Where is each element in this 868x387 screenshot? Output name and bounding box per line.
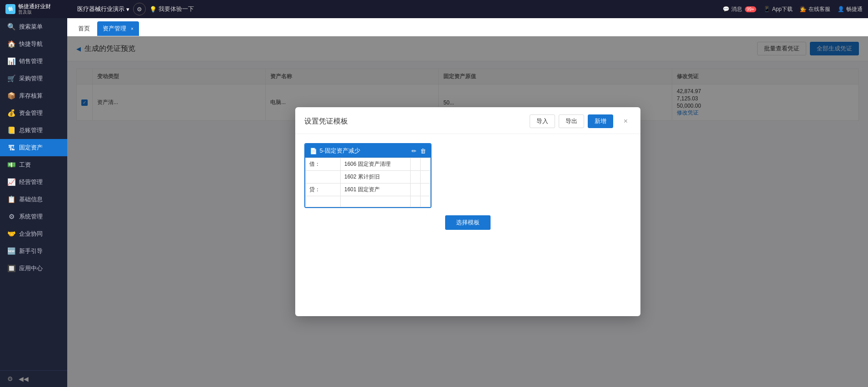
- entry-debit-3: [410, 184, 420, 196]
- guide-icon: 🆕: [7, 247, 15, 255]
- template-doc-icon: 📄: [310, 148, 317, 154]
- sidebar-item-salary[interactable]: 💵 工资: [0, 156, 67, 174]
- new-template-btn[interactable]: 新增: [588, 114, 613, 128]
- logo-area: 畅 畅捷通好业财 普及版: [5, 3, 73, 15]
- sidebar-item-operations[interactable]: 📈 经营管理: [0, 174, 67, 191]
- entry-type-4: [305, 196, 340, 207]
- entry-account-3: 1601 固定资产: [340, 184, 410, 196]
- main-layout: 🔍 搜索菜单 🏠 快捷导航 📊 销售管理 🛒 采购管理 📦 库存核算 💰 资金管…: [0, 18, 868, 387]
- entry-account-2: 1602 累计折旧: [340, 171, 410, 184]
- search-icon: 🔍: [7, 23, 15, 31]
- operations-icon: 📈: [7, 178, 15, 186]
- main-content: ◀ 生成的凭证预览 批量查看凭证 全部生成凭证 变动类型 资产名称: [67, 36, 868, 387]
- purchase-icon: 🛒: [7, 74, 15, 83]
- template-row-3: 贷： 1601 固定资产: [305, 184, 430, 196]
- select-template-btn[interactable]: 选择模板: [445, 215, 491, 230]
- template-card-actions: ✏ 🗑: [412, 148, 426, 154]
- modal-header: 设置凭证模板 导入 导出 新增 ×: [295, 107, 640, 134]
- entry-credit-3: [420, 184, 430, 196]
- top-header: 畅 畅捷通好业财 普及版 医疗器械行业演示 ▾ ⚙ 💡 我要体验一下 💬 消息 …: [0, 0, 868, 18]
- modal-actions: 导入 导出 新增: [530, 114, 613, 128]
- system-icon: ⚙: [7, 213, 15, 221]
- dropdown-icon: ▾: [126, 6, 129, 13]
- tab-bar: 首页 资产管理 ×: [67, 18, 868, 36]
- template-entries-table: 借： 1606 固定资产清理 1602 累计折旧: [305, 158, 431, 207]
- message-icon: 💬: [723, 6, 729, 12]
- sidebar-item-ledger[interactable]: 📒 总账管理: [0, 122, 67, 139]
- fixed-assets-icon: 🏗: [7, 144, 15, 152]
- message-badge: 99+: [745, 6, 756, 12]
- entry-debit-1: [410, 158, 420, 171]
- basic-info-icon: 📋: [7, 195, 15, 203]
- template-name: 5-固定资产减少: [320, 147, 361, 155]
- sidebar-item-quick-nav[interactable]: 🏠 快捷导航: [0, 35, 67, 53]
- template-card: 📄 5-固定资产减少 ✏ 🗑: [304, 143, 432, 208]
- header-nav: 医疗器械行业演示 ▾ ⚙ 💡 我要体验一下: [73, 3, 723, 15]
- entry-credit-2: [420, 171, 430, 184]
- sidebar-item-sales[interactable]: 📊 销售管理: [0, 53, 67, 70]
- sidebar-item-app-center[interactable]: 🔲 应用中心: [0, 260, 67, 277]
- template-delete-icon[interactable]: 🗑: [420, 148, 426, 154]
- sidebar-item-search-menu[interactable]: 🔍 搜索菜单: [0, 18, 67, 35]
- salary-icon: 💵: [7, 161, 15, 169]
- customer-service-btn[interactable]: 💁 在线客服: [800, 5, 830, 13]
- tab-asset-management[interactable]: 资产管理 ×: [97, 21, 139, 36]
- import-btn[interactable]: 导入: [530, 114, 555, 128]
- modal-title: 设置凭证模板: [304, 117, 348, 126]
- settings-bottom-icon[interactable]: ⚙: [7, 375, 13, 382]
- ledger-icon: 📒: [7, 126, 15, 134]
- inventory-icon: 📦: [7, 92, 15, 100]
- entry-account-1: 1606 固定资产清理: [340, 158, 410, 171]
- sidebar-item-guide[interactable]: 🆕 新手引导: [0, 243, 67, 260]
- trial-icon: 💡: [149, 6, 157, 13]
- template-card-body: 借： 1606 固定资产清理 1602 累计折旧: [305, 158, 431, 207]
- sidebar-item-purchase[interactable]: 🛒 采购管理: [0, 70, 67, 87]
- modal-overlay: 设置凭证模板 导入 导出 新增 ×: [67, 36, 868, 387]
- sidebar: 🔍 搜索菜单 🏠 快捷导航 📊 销售管理 🛒 采购管理 📦 库存核算 💰 资金管…: [0, 18, 67, 387]
- template-edit-icon[interactable]: ✏: [412, 148, 417, 154]
- modal-close-btn[interactable]: ×: [620, 116, 631, 127]
- sales-icon: 📊: [7, 57, 15, 65]
- tab-home[interactable]: 首页: [73, 21, 95, 36]
- sidebar-bottom: ⚙ ◀◀: [0, 370, 67, 387]
- sidebar-item-cooperation[interactable]: 🤝 企业协同: [0, 225, 67, 243]
- entry-debit-2: [410, 171, 420, 184]
- entry-type-1: 借：: [305, 158, 340, 171]
- home-icon: 🏠: [7, 40, 15, 48]
- cooperation-icon: 🤝: [7, 230, 15, 238]
- app-logo-icon: 畅: [5, 4, 15, 14]
- finance-icon: 💰: [7, 109, 15, 117]
- app-download-btn[interactable]: 📱 App下载: [764, 5, 793, 13]
- collapse-sidebar-icon[interactable]: ◀◀: [19, 375, 29, 382]
- sidebar-item-fixed-assets[interactable]: 🏗 固定资产: [0, 139, 67, 156]
- export-btn[interactable]: 导出: [559, 114, 584, 128]
- entry-type-3: 贷：: [305, 184, 340, 196]
- sidebar-item-finance[interactable]: 💰 资金管理: [0, 104, 67, 122]
- sidebar-item-inventory[interactable]: 📦 库存核算: [0, 87, 67, 104]
- entry-credit-4: [420, 196, 430, 207]
- sidebar-item-basic-info[interactable]: 📋 基础信息: [0, 191, 67, 208]
- content-area: 首页 资产管理 × ◀ 生成的凭证预览 批量查看凭证 全部生成凭证: [67, 18, 868, 387]
- template-row-2: 1602 累计折旧: [305, 171, 430, 184]
- template-row-4: [305, 196, 430, 207]
- user-icon: 👤: [838, 6, 844, 12]
- template-card-title-area: 📄 5-固定资产减少: [310, 147, 361, 155]
- tab-close-icon[interactable]: ×: [131, 26, 134, 31]
- message-btn[interactable]: 💬 消息 99+: [723, 5, 756, 13]
- company-selector[interactable]: 医疗器械行业演示 ▾: [77, 5, 129, 13]
- header-right: 💬 消息 99+ 📱 App下载 💁 在线客服 👤 畅捷通: [723, 5, 863, 13]
- entry-type-2: [305, 171, 340, 184]
- template-card-header: 📄 5-固定资产减少 ✏ 🗑: [305, 144, 431, 158]
- app-name: 畅捷通好业财 普及版: [18, 3, 51, 15]
- settings-button[interactable]: ⚙: [133, 3, 146, 15]
- trial-button[interactable]: 💡 我要体验一下: [149, 5, 194, 13]
- sidebar-item-system[interactable]: ⚙ 系统管理: [0, 208, 67, 225]
- set-template-modal: 设置凭证模板 导入 导出 新增 ×: [295, 107, 640, 316]
- service-icon: 💁: [800, 6, 807, 12]
- mobile-icon: 📱: [764, 6, 770, 12]
- modal-body: 📄 5-固定资产减少 ✏ 🗑: [295, 134, 640, 316]
- entry-credit-1: [420, 158, 430, 171]
- entry-account-4: [340, 196, 410, 207]
- app-center-icon: 🔲: [7, 264, 15, 273]
- user-btn[interactable]: 👤 畅捷通: [838, 5, 863, 13]
